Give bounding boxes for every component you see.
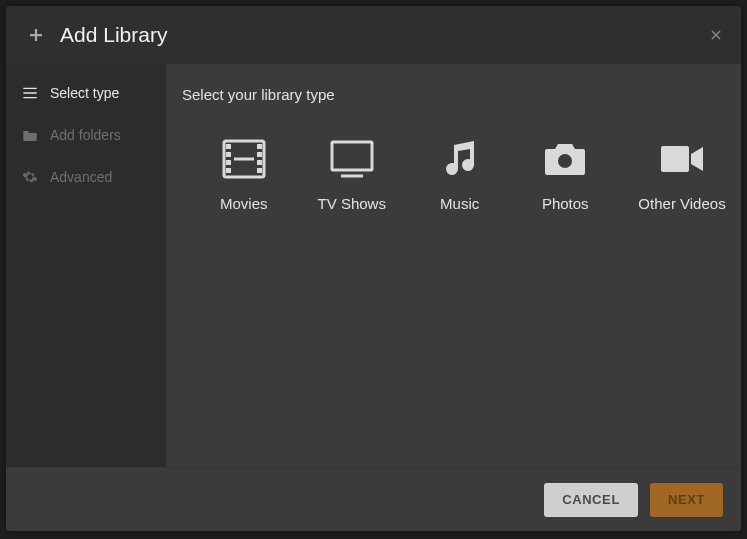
type-photos[interactable]: Photos (533, 137, 597, 212)
library-types-row: Movies TV Shows (182, 137, 725, 212)
video-icon (658, 137, 706, 181)
type-other-videos[interactable]: Other Videos (639, 137, 725, 212)
music-icon (436, 137, 484, 181)
sidebar: Select type Add folders Advanced (6, 64, 166, 467)
gear-icon (22, 169, 38, 185)
svg-rect-20 (661, 146, 689, 172)
list-icon (22, 85, 38, 101)
type-label: Other Videos (638, 195, 725, 212)
add-library-dialog: Add Library Select type Add folders (6, 6, 741, 531)
svg-rect-17 (332, 142, 372, 170)
dialog-header: Add Library (6, 6, 741, 64)
dialog-title: Add Library (60, 23, 167, 47)
sidebar-item-select-type[interactable]: Select type (6, 72, 166, 114)
tv-icon (328, 137, 376, 181)
svg-rect-13 (257, 152, 262, 157)
next-button[interactable]: NEXT (650, 483, 723, 517)
sidebar-item-add-folders[interactable]: Add folders (6, 114, 166, 156)
camera-icon (541, 137, 589, 181)
sidebar-item-label: Select type (50, 85, 119, 101)
cancel-button[interactable]: CANCEL (544, 483, 638, 517)
svg-point-19 (558, 154, 572, 168)
type-label: Photos (542, 195, 589, 212)
film-icon (220, 137, 268, 181)
type-label: Movies (220, 195, 268, 212)
svg-rect-14 (257, 160, 262, 165)
svg-rect-9 (226, 152, 231, 157)
type-movies[interactable]: Movies (212, 137, 276, 212)
type-tv-shows[interactable]: TV Shows (318, 137, 386, 212)
svg-rect-10 (226, 160, 231, 165)
svg-rect-15 (257, 168, 262, 173)
dialog-body: Select type Add folders Advanced Select … (6, 64, 741, 467)
folder-icon (22, 127, 38, 143)
type-music[interactable]: Music (428, 137, 492, 212)
sidebar-item-advanced[interactable]: Advanced (6, 156, 166, 198)
plus-icon (26, 25, 46, 45)
sidebar-item-label: Advanced (50, 169, 112, 185)
svg-rect-8 (226, 144, 231, 149)
sidebar-item-label: Add folders (50, 127, 121, 143)
type-label: Music (440, 195, 479, 212)
close-icon[interactable] (707, 26, 725, 44)
content-heading: Select your library type (182, 86, 725, 103)
type-label: TV Shows (318, 195, 386, 212)
dialog-footer: CANCEL NEXT (6, 467, 741, 531)
svg-rect-12 (257, 144, 262, 149)
svg-rect-11 (226, 168, 231, 173)
content: Select your library type Movies (166, 64, 741, 467)
